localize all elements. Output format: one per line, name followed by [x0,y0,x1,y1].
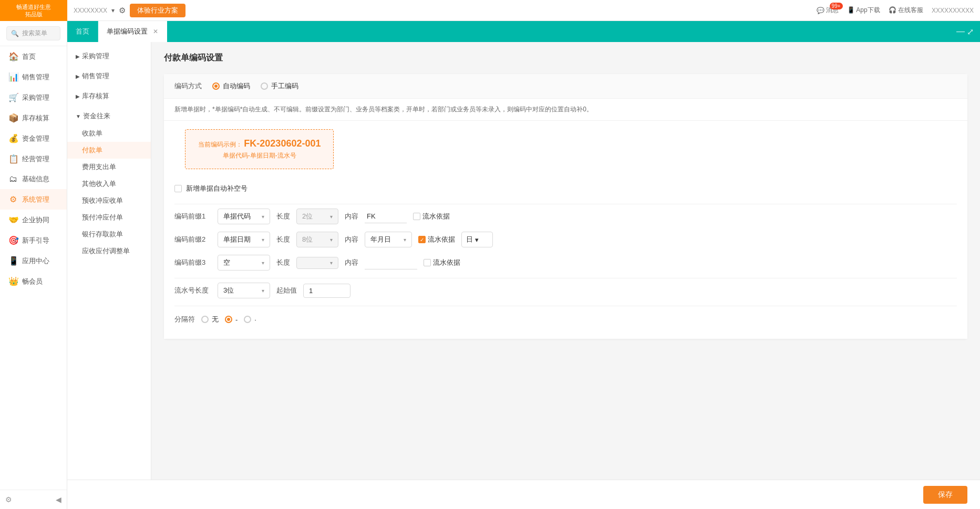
prefix-select-3[interactable]: 空 ▾ [218,255,270,271]
sidebar-item-home[interactable]: 🏠 首页 [0,46,67,67]
sub-group-purchase-header[interactable]: ▶ 采购管理 [67,47,151,65]
auto-encode-option[interactable]: 自动编码 [212,81,250,91]
serial-box-3[interactable] [424,259,431,266]
separator-dot-radio[interactable] [244,316,251,323]
sidebar-search-area: 🔍 搜索菜单 [0,21,67,46]
trial-button[interactable]: 体验行业方案 [130,4,185,17]
sidebar-item-system[interactable]: ⚙ 系统管理 [0,189,67,210]
sidebar-label-apps: 应用中心 [22,256,49,266]
settings-icon[interactable]: ⚙ [119,6,126,15]
sidebar-label-home: 首页 [22,52,36,61]
sub-item-adjustment[interactable]: 应收应付调整单 [67,243,151,259]
serial-checkbox-3[interactable]: 流水依据 [424,258,460,267]
separator-none-option[interactable]: 无 [201,315,219,324]
tab-encoding-settings[interactable]: 单据编码设置 ✕ [98,21,167,42]
save-button[interactable]: 保存 [923,486,967,504]
message-btn[interactable]: 💬 消息 99+ [817,6,839,15]
sidebar-item-business[interactable]: 📋 经营管理 [0,149,67,169]
example-desc: 单据代码-单据日期-流水号 [198,151,321,160]
separator-dash-option[interactable]: - [225,316,238,324]
content-select-2-value: 年月日 [370,235,391,244]
serial-length-select[interactable]: 3位 ▾ [218,283,270,298]
sub-item-other-income[interactable]: 其他收入单 [67,175,151,192]
separator-dot-option[interactable]: · [244,316,256,324]
tab-maximize-btn[interactable]: ⤢ [967,27,974,37]
separator-none-radio[interactable] [201,316,209,323]
length-select-3[interactable]: ▾ [296,257,338,269]
sub-group-inventory: ▶ 库存核算 [67,87,151,105]
sidebar-item-apps[interactable]: 📱 应用中心 [0,251,67,271]
newguide-icon: 🎯 [8,235,18,245]
sub-group-sales-header[interactable]: ▶ 销售管理 [67,67,151,85]
prefix-select-1[interactable]: 单据代码 ▾ [218,209,270,224]
auto-fill-checkbox[interactable] [174,185,182,192]
sidebar-collapse-btn[interactable]: ◀ [56,495,61,504]
manual-encode-label: 手工编码 [271,81,298,91]
serial-checkbox-1[interactable]: 流水依据 [413,212,450,221]
sidebar-label-purchase: 采购管理 [22,93,49,102]
sub-item-pre-receivable[interactable]: 预收冲应收单 [67,192,151,209]
day-select-2[interactable]: 日 ▾ [461,232,493,247]
content-select-2[interactable]: 年月日 ▾ [365,232,412,247]
content-label-3: 内容 [345,258,358,267]
dropdown-btn[interactable]: ▾ [111,7,115,14]
start-value-input[interactable] [303,284,350,298]
separator-dash-label: - [235,316,238,324]
sub-sidebar: ▶ 采购管理 ▶ 销售管理 ▶ 库存核算 ▼ 资金往来 收款单 [67,42,151,509]
sidebar-settings-btn[interactable]: ⚙ [5,495,12,504]
tab-encoding-close-btn[interactable]: ✕ [153,28,158,35]
length-select-1[interactable]: 2位 ▾ [296,209,338,224]
content-label-2: 内容 [345,235,358,244]
sidebar-item-sales[interactable]: 📊 销售管理 [0,67,67,87]
sidebar-item-newguide[interactable]: 🎯 新手引导 [0,230,67,251]
auto-fill-label: 新增单据自动补空号 [186,184,247,193]
sub-item-payment[interactable]: 付款单 [67,142,151,159]
member-icon: 👑 [8,276,18,286]
serial-checkbox-2[interactable]: ✓ 流水依据 [418,235,455,244]
length-select-2[interactable]: 8位 ▾ [296,232,338,247]
tab-minimize-btn[interactable]: — [956,27,965,36]
content-input-1[interactable] [365,210,407,223]
sub-item-bank[interactable]: 银行存取款单 [67,226,151,243]
manual-encode-option[interactable]: 手工编码 [261,81,298,91]
basic-icon: 🗂 [8,174,18,184]
sidebar-item-member[interactable]: 👑 畅会员 [0,271,67,292]
page-title: 付款单编码设置 [164,53,967,64]
sidebar-label-basic: 基础信息 [22,174,49,184]
sub-item-expense[interactable]: 费用支出单 [67,159,151,175]
settings-content: 新增单据自动补空号 编码前缀1 单据代码 ▾ 长度 2位 ▾ 内容 [164,178,967,339]
search-icon: 🔍 [11,30,19,37]
serial-box-1[interactable] [413,213,420,220]
chevron-down-icon: ▼ [76,113,81,119]
manual-encode-radio[interactable] [261,82,268,90]
separator-dash-radio[interactable] [225,316,232,323]
sub-group-capital: ▼ 资金往来 收款单 付款单 费用支出单 其他收入单 预收冲应收单 预付冲应付单 [67,107,151,259]
auto-encode-radio[interactable] [212,82,220,90]
online-service-btn[interactable]: 🎧 在线客服 [889,6,923,15]
tab-home-label: 首页 [76,27,89,36]
content-input-3[interactable] [365,256,417,269]
brand-text: XXXXXXXX [74,7,107,14]
app-download-btn[interactable]: 📱 App下载 [847,6,880,15]
serial-box-2[interactable]: ✓ [418,236,426,243]
day-value-2: 日 [466,235,473,244]
logo-text: 畅通道好生意 拓品版 [16,3,51,18]
main-content: ▶ 采购管理 ▶ 销售管理 ▶ 库存核算 ▼ 资金往来 收款单 [67,42,980,509]
chevron-down-icon-content2: ▾ [404,237,406,243]
divider-3 [174,306,957,306]
sidebar-item-purchase[interactable]: 🛒 采购管理 [0,87,67,108]
sub-item-receipt[interactable]: 收款单 [67,125,151,142]
sub-group-capital-header[interactable]: ▼ 资金往来 [67,107,151,125]
sidebar-item-enterprise[interactable]: 🤝 企业协同 [0,210,67,230]
sidebar-item-finance[interactable]: 💰 资金管理 [0,128,67,149]
sub-group-inventory-header[interactable]: ▶ 库存核算 [67,87,151,105]
sub-item-pre-payable[interactable]: 预付冲应付单 [67,209,151,226]
serial-label-1: 流水依据 [422,212,450,221]
content-area: 付款单编码设置 编码方式 自动编码 手工编码 [151,42,980,509]
tab-home[interactable]: 首页 [67,21,98,42]
sidebar-item-inventory[interactable]: 📦 库存核算 [0,108,67,128]
sidebar-item-basic[interactable]: 🗂 基础信息 [0,169,67,189]
prefix-select-2[interactable]: 单据日期 ▾ [218,232,270,247]
inventory-icon: 📦 [8,113,18,123]
search-menu-btn[interactable]: 🔍 搜索菜单 [6,26,60,40]
